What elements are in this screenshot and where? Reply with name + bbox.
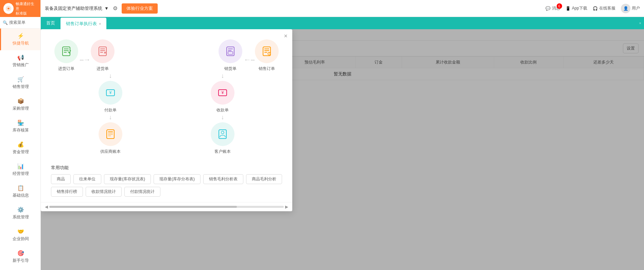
overlay[interactable]: ×: [41, 29, 644, 270]
sidebar-item-quick-nav[interactable]: ⚡ 快捷导航: [0, 29, 40, 50]
system-icon: ⚙️: [17, 206, 24, 213]
operations-icon: 📊: [17, 163, 24, 169]
flow-item-payment-bill[interactable]: ¥ 付款单: [99, 81, 122, 113]
common-btn-inventory-dist[interactable]: 现存量(库存分布表): [154, 174, 201, 184]
topbar-actions: 💬 消息 6 📱 App下载 🎧 在线客服 👤 用户: [545, 4, 640, 13]
svg-rect-12: [228, 52, 233, 54]
sidebar-item-purchase[interactable]: 📦 采购管理: [0, 94, 40, 115]
quick-nav-icon: ⚡: [17, 33, 24, 39]
flow-arrow-down-sales: ↓: [221, 72, 224, 79]
common-btn-sales-profit[interactable]: 销售毛利分析表: [203, 174, 243, 184]
main-area: 装备及固定资产辅助管理系统 ▼ ⚙ 体验行业方案 💬 消息 6 📱 App下载 …: [41, 0, 644, 270]
flow-item-customer-account[interactable]: 客户账本: [211, 122, 234, 155]
flow-arrow-sales-order-to-bill: ← - -: [244, 55, 254, 64]
svg-rect-5: [99, 47, 106, 56]
supplier-account-circle: [99, 122, 122, 146]
tabbar: 首页 销售订单执行表 × ×: [41, 17, 644, 29]
common-btns-row2: 销售排行榜 收款情况统计 付款情况统计: [51, 187, 282, 197]
system-title: 装备及固定资产辅助管理系统: [45, 5, 102, 12]
app-download-icon: 📱: [565, 6, 571, 11]
guide-icon: 🎯: [17, 250, 24, 256]
quicknav-close-btn[interactable]: ×: [284, 33, 288, 40]
quicknav-popup: ×: [41, 29, 292, 211]
svg-rect-1: [63, 47, 70, 56]
enterprise-icon: 🤝: [17, 228, 24, 235]
sidebar-item-sales[interactable]: 🛒 销售管理: [0, 72, 40, 94]
flow-item-purchase-order[interactable]: 进货订单: [54, 39, 78, 72]
sidebar-item-guide[interactable]: 🎯 新手引导: [0, 246, 40, 268]
app-download-action[interactable]: 📱 App下载: [565, 5, 587, 11]
settings-icon[interactable]: ⚙: [113, 5, 118, 12]
svg-point-30: [221, 131, 224, 134]
flow-arrow-down-purchase: ↓: [109, 72, 112, 79]
scroll-left-btn[interactable]: ◀: [45, 204, 48, 209]
inventory-icon: 🏪: [17, 120, 24, 126]
svg-point-19: [269, 54, 269, 55]
marketing-icon: 📢: [17, 54, 24, 61]
content-area: ❓ 帮助 🖨️ 按模板打印 ▼ ⬆️ 导出 ▼ 🔄 刷: [41, 29, 644, 270]
flow-arrow-down-payment: ↓: [109, 114, 112, 121]
message-icon: 💬: [545, 6, 551, 11]
flow-item-purchase-bill[interactable]: 进货单: [91, 39, 115, 72]
tab-sales-order[interactable]: 销售订单执行表 ×: [60, 18, 106, 30]
flow-arrow-purchase-to-bill: - - →: [80, 55, 89, 64]
logo-text: 畅康通好生意 标准版: [16, 1, 37, 16]
system-title-area: 装备及固定资产辅助管理系统 ▼: [45, 5, 109, 12]
flow-item-supplier-account[interactable]: 供应商账本: [99, 122, 122, 155]
sidebar-item-system[interactable]: ⚙️ 系统管理: [0, 202, 40, 224]
message-action[interactable]: 💬 消息 6: [545, 5, 560, 11]
tab-close-btn[interactable]: ×: [99, 22, 101, 26]
svg-rect-13: [263, 47, 271, 56]
topbar: 装备及固定资产辅助管理系统 ▼ ⚙ 体验行业方案 💬 消息 6 📱 App下载 …: [41, 0, 644, 17]
user-action[interactable]: 👤 用户: [621, 4, 640, 13]
common-btn-inventory-status[interactable]: 现存量(库存状况表): [104, 174, 151, 184]
payment-bill-circle: ¥: [99, 81, 122, 105]
common-btn-sales-ranking[interactable]: 销售排行榜: [51, 187, 83, 197]
flow-item-sales-bill[interactable]: 销货单: [219, 39, 242, 72]
logo-icon: [3, 3, 14, 14]
sidebar-item-finance[interactable]: 💰 资金管理: [0, 137, 40, 159]
common-btns: 商品 往来单位 现存量(库存状况表) 现存量(库存分布表) 销售毛利分析表 商品…: [51, 174, 282, 184]
common-btn-receipt-stats[interactable]: 收款情况统计: [86, 187, 122, 197]
basic-icon: 📋: [17, 185, 24, 191]
message-badge: 6: [557, 3, 562, 9]
sales-bill-circle: [219, 39, 242, 63]
purchase-order-circle: [54, 39, 78, 63]
common-btn-goods-profit[interactable]: 商品毛利分析: [246, 174, 282, 184]
finance-icon: 💰: [17, 141, 24, 148]
online-service-action[interactable]: 🎧 在线客服: [593, 5, 615, 11]
flow-arrow-down-receipt: ↓: [221, 114, 224, 121]
flow-item-receipt-bill[interactable]: ¥ 收款单: [211, 81, 234, 113]
tab-home[interactable]: 首页: [41, 17, 60, 29]
sidebar-nav: ⚡ 快捷导航 📢 营销推广 🛒 销售管理 📦 采购管理 🏪 库存核算 💰: [0, 29, 40, 270]
sidebar-logo: 畅康通好生意 标准版: [0, 0, 40, 17]
flow-section: 进货订单 - - →: [41, 29, 292, 161]
online-service-icon: 🎧: [593, 6, 598, 11]
sidebar-item-inventory[interactable]: 🏪 库存核算: [0, 115, 40, 137]
common-btn-payment-stats[interactable]: 付款情况统计: [124, 187, 160, 197]
experience-btn[interactable]: 体验行业方案: [122, 3, 158, 14]
scroll-right-btn[interactable]: ▶: [285, 204, 288, 209]
sidebar-item-enterprise[interactable]: 🤝 企业协同: [0, 224, 40, 246]
scroll-thumb[interactable]: [49, 206, 237, 208]
sidebar-item-operations[interactable]: 📊 经营管理: [0, 159, 40, 181]
svg-text:¥: ¥: [221, 90, 224, 95]
sidebar-item-basic[interactable]: 📋 基础信息: [0, 181, 40, 202]
common-btn-goods[interactable]: 商品: [51, 174, 71, 184]
common-section: 常用功能 商品 往来单位 现存量(库存状况表) 现存量(库存分布表) 销售毛利分…: [41, 161, 292, 202]
svg-rect-24: [107, 130, 114, 139]
dropdown-arrow-icon: ▼: [104, 6, 109, 11]
common-title: 常用功能: [51, 165, 282, 171]
scroll-track[interactable]: [49, 206, 284, 208]
close-all-tabs-btn[interactable]: ×: [639, 21, 641, 25]
search-menu[interactable]: 🔍 搜索菜单: [0, 17, 40, 29]
sidebar: 畅康通好生意 标准版 🔍 搜索菜单 ⚡ 快捷导航 📢 营销推广 🛒 销售管理 📦: [0, 0, 41, 270]
receipt-bill-circle: ¥: [211, 81, 234, 105]
purchase-icon: 📦: [17, 98, 24, 104]
sales-icon: 🛒: [17, 76, 24, 83]
scroll-bar-area: ◀ ▶: [41, 202, 292, 211]
sidebar-item-marketing[interactable]: 📢 营销推广: [0, 50, 40, 72]
common-btn-contacts[interactable]: 往来单位: [73, 174, 101, 184]
flow-item-sales-order[interactable]: 销售订单: [255, 39, 279, 72]
user-avatar: 👤: [621, 4, 630, 13]
